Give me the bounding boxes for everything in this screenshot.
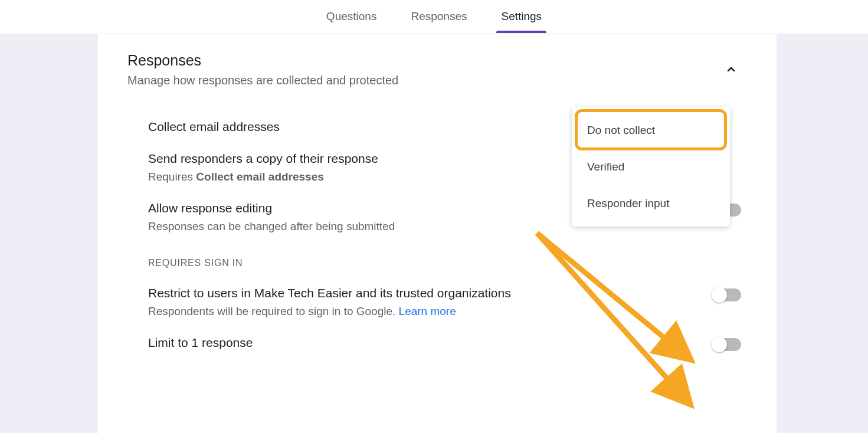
setting-restrict-users: Restrict to users in Make Tech Easier an…	[148, 286, 741, 318]
restrict-desc-prefix: Respondents will be required to sign in …	[148, 305, 399, 317]
tab-bar: Questions Responses Settings	[0, 0, 868, 34]
setting-collect-email-title: Collect email addresses	[148, 120, 280, 134]
section-header-responses[interactable]: Responses Manage how responses are colle…	[127, 52, 741, 87]
setting-send-copy-desc: Requires Collect email addresses	[148, 170, 378, 183]
learn-more-link[interactable]: Learn more	[399, 305, 456, 317]
setting-allow-editing-desc: Responses can be changed after being sub…	[148, 220, 395, 233]
chevron-up-icon[interactable]	[724, 63, 738, 79]
toggle-limit-response[interactable]	[713, 338, 741, 351]
dropdown-option-do-not-collect[interactable]: Do not collect	[572, 112, 730, 149]
tab-settings[interactable]: Settings	[496, 2, 546, 32]
collect-email-dropdown[interactable]: Do not collect Verified Responder input	[572, 107, 730, 227]
tab-responses[interactable]: Responses	[406, 2, 471, 32]
tab-questions[interactable]: Questions	[322, 2, 382, 32]
setting-allow-editing-title: Allow response editing	[148, 201, 395, 215]
toggle-restrict-users[interactable]	[713, 288, 741, 301]
setting-limit-title: Limit to 1 response	[148, 336, 253, 350]
section-title: Responses	[127, 52, 398, 69]
toggle-knob	[712, 287, 727, 303]
section-label-signin: REQUIRES SIGN IN	[148, 258, 741, 268]
toggle-knob	[712, 337, 727, 352]
send-copy-desc-bold: Collect email addresses	[196, 170, 324, 183]
send-copy-desc-prefix: Requires	[148, 170, 196, 183]
setting-restrict-desc: Respondents will be required to sign in …	[148, 305, 511, 318]
settings-card: Responses Manage how responses are colle…	[98, 34, 777, 433]
dropdown-option-responder-input[interactable]: Responder input	[572, 185, 730, 222]
setting-restrict-title: Restrict to users in Make Tech Easier an…	[148, 286, 511, 300]
setting-limit-response: Limit to 1 response	[148, 336, 741, 351]
section-subtitle: Manage how responses are collected and p…	[127, 74, 398, 87]
setting-send-copy-title: Send responders a copy of their response	[148, 152, 378, 166]
dropdown-option-verified[interactable]: Verified	[572, 149, 730, 185]
